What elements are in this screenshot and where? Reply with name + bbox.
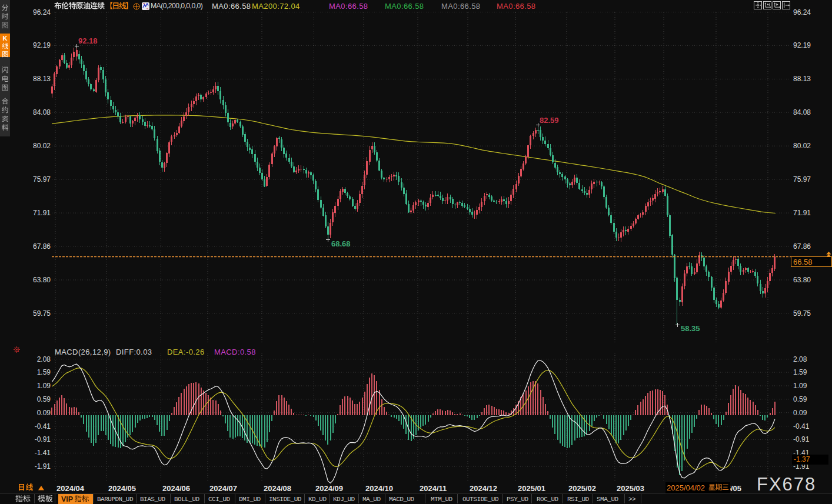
svg-text:2025/04/02: 2025/04/02 [667,483,705,492]
svg-text:VIP: VIP [61,495,73,503]
